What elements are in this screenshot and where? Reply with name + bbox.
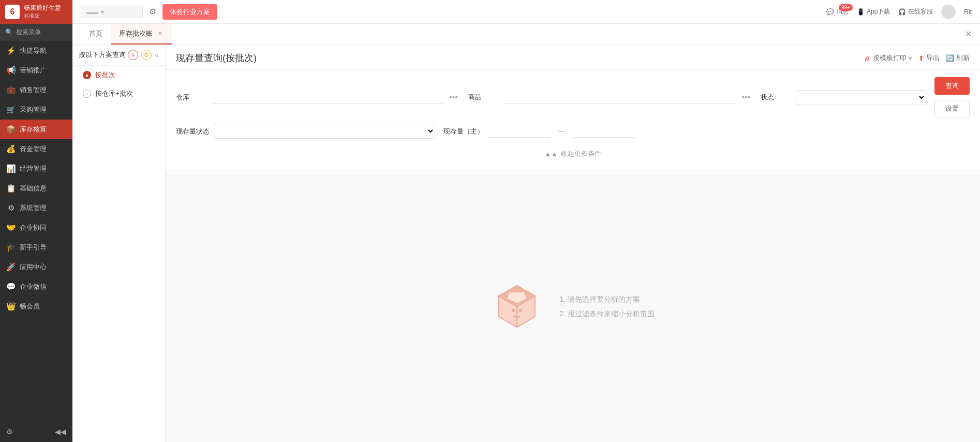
panel-item-by-warehouse-batch[interactable]: ○ 按仓库+批次	[72, 84, 165, 103]
online-service-label: 在线客服	[908, 7, 933, 16]
online-service-btn[interactable]: 🎧 在线客服	[898, 7, 933, 16]
empty-hints: 请先选择要分析的方案 用过滤条件来缩小分析范围	[558, 292, 655, 321]
sidebar-item-label: 快捷导航	[20, 46, 47, 55]
sidebar-nav: ⚡ 快捷导航 📢 营销推广 💼 销售管理 🛒 采购管理 📦 库存核算 💰 资金管…	[0, 41, 72, 421]
empty-content: 请先选择要分析的方案 用过滤条件来缩小分析范围	[491, 281, 655, 332]
marketing-icon: 📢	[6, 66, 16, 75]
sidebar-item-base[interactable]: 📋 基础信息	[0, 179, 72, 198]
page-title: 现存量查询(按批次)	[176, 52, 257, 64]
page-header-actions: 🖨 按模板打印 ▾ ⬆ 导出 🔄 刷新	[864, 53, 970, 63]
warehouse-more-icon[interactable]: •••	[447, 93, 460, 102]
tab-home[interactable]: 首页	[81, 24, 111, 45]
stock-qty-to-input[interactable]	[573, 125, 635, 138]
sidebar-item-operations[interactable]: 📊 经营管理	[0, 159, 72, 179]
print-btn[interactable]: 🖨 按模板打印 ▾	[864, 53, 912, 63]
svg-point-5	[519, 309, 522, 312]
phone-icon: 📱	[857, 8, 865, 16]
sidebar-item-purchase[interactable]: 🛒 采购管理	[0, 100, 72, 120]
filter-stock-qty-group: 现存量（主） —	[443, 125, 703, 138]
sidebar-item-apps[interactable]: 🚀 应用中心	[0, 257, 72, 277]
tab-home-label: 首页	[89, 29, 102, 38]
sidebar-item-label: 采购管理	[20, 105, 47, 114]
export-label: 导出	[926, 53, 940, 63]
sidebar-item-collab[interactable]: 🤝 企业协同	[0, 218, 72, 238]
refresh-btn[interactable]: 🔄 刷新	[946, 53, 970, 63]
shortcut-icon: ⚡	[6, 46, 16, 55]
sidebar-item-marketing[interactable]: 📢 营销推广	[0, 61, 72, 80]
sidebar-item-inventory[interactable]: 📦 库存核算	[0, 120, 72, 139]
inventory-icon: 📦	[6, 125, 16, 134]
refresh-icon: 🔄	[946, 54, 954, 62]
product-more-icon[interactable]: •••	[739, 93, 752, 102]
messages-btn[interactable]: 💬 消息 99+	[826, 7, 849, 16]
panel-item-dot-red: ●	[83, 71, 91, 79]
app-name: 畅康通好生意	[24, 4, 61, 12]
sidebar-search[interactable]: 🔍 搜索菜单	[0, 24, 72, 41]
settings-footer-icon[interactable]: ⚙	[4, 425, 15, 438]
sidebar-item-sales[interactable]: 💼 销售管理	[0, 80, 72, 100]
collapse-label: 收起更多条件	[561, 149, 601, 158]
panel-collapse-icon[interactable]: «	[155, 51, 159, 59]
guide-icon: 🎓	[6, 243, 16, 252]
sidebar-item-guide[interactable]: 🎓 新手引导	[0, 238, 72, 257]
filter-stock-status-group: 现存量状态	[176, 124, 435, 139]
collapse-sidebar-icon[interactable]: ◀◀	[53, 425, 68, 438]
topbar-gear-icon[interactable]: ⚙	[149, 7, 156, 17]
empty-state: 请先选择要分析的方案 用过滤条件来缩小分析范围	[166, 170, 980, 442]
sidebar-item-label: 经营管理	[20, 164, 47, 173]
warehouse-input[interactable]	[211, 91, 443, 104]
filter-actions: 查询 设置	[934, 77, 970, 117]
user-name: Rit	[964, 8, 972, 16]
sidebar: 6 畅康通好生意 标准版 🔍 搜索菜单 ⚡ 快捷导航 📢 营销推广 💼 销售管理…	[0, 0, 72, 442]
panel-item-label: 按批次	[95, 70, 115, 80]
export-btn[interactable]: ⬆ 导出	[918, 53, 940, 63]
app-download-label: App下载	[867, 7, 890, 16]
query-button[interactable]: 查询	[934, 77, 970, 95]
app-download-btn[interactable]: 📱 App下载	[857, 7, 890, 16]
experience-btn[interactable]: 体验行业方案	[162, 4, 217, 20]
tab-inventory-batch[interactable]: 库存批次账 ✕	[111, 24, 172, 45]
panel-header-label: 按以下方案查询	[79, 50, 126, 60]
sidebar-item-label: 应用中心	[20, 262, 47, 272]
panel-settings-icon[interactable]: ⚙	[141, 50, 152, 60]
topbar-right: 💬 消息 99+ 📱 App下载 🎧 在线客服 Rit	[826, 5, 972, 19]
sidebar-item-label: 新手引导	[20, 243, 47, 252]
tab-close-icon[interactable]: ✕	[156, 30, 164, 38]
collapse-more-btn[interactable]: ▲▲ 收起更多条件	[176, 145, 970, 163]
search-label: 搜索菜单	[16, 28, 41, 37]
status-label: 状态	[761, 93, 792, 102]
sidebar-item-label: 企业协同	[20, 223, 47, 232]
message-icon: 💬	[826, 8, 834, 16]
base-icon: 📋	[6, 184, 16, 193]
right-panel: 现存量查询(按批次) 🖨 按模板打印 ▾ ⬆ 导出 🔄 刷新	[166, 45, 980, 442]
sidebar-item-label: 销售管理	[20, 85, 47, 95]
sidebar-item-system[interactable]: ⚙ 系统管理	[0, 198, 72, 218]
panel-add-icon[interactable]: +	[128, 50, 138, 60]
main-area: ▬▬ ▾ ⚙ 体验行业方案 💬 消息 99+ 📱 App下载 🎧 在线客服 Ri…	[72, 0, 980, 442]
panel-item-by-batch[interactable]: ● 按批次	[72, 66, 165, 84]
topbar-dropdown-icon[interactable]: ▾	[101, 8, 104, 16]
filter-row-2: 现存量状态 现存量（主） —	[176, 124, 970, 139]
user-avatar[interactable]	[941, 5, 956, 19]
sidebar-item-member[interactable]: 👑 畅会员	[0, 297, 72, 316]
empty-hint-1: 请先选择要分析的方案	[568, 292, 655, 306]
headset-icon: 🎧	[898, 8, 906, 16]
tab-panel-close-icon[interactable]: ✕	[965, 29, 972, 39]
stock-status-select[interactable]	[214, 124, 435, 139]
filter-area: 仓库 ••• 商品 ••• 状态	[166, 70, 980, 170]
product-input[interactable]	[503, 91, 735, 104]
stock-qty-from-input[interactable]	[488, 125, 550, 138]
settings-button[interactable]: 设置	[934, 100, 970, 117]
print-label: 按模板打印	[873, 53, 907, 63]
sidebar-item-label: 资金管理	[20, 144, 47, 154]
topbar-left: ▬▬ ▾ ⚙ 体验行业方案	[81, 4, 217, 20]
sidebar-item-finance[interactable]: 💰 资金管理	[0, 139, 72, 159]
finance-icon: 💰	[6, 144, 16, 154]
filter-product-group: 商品 •••	[468, 91, 752, 104]
filter-dash: —	[554, 127, 569, 135]
status-select[interactable]	[796, 90, 926, 105]
filter-status-group: 状态	[761, 90, 926, 105]
print-dropdown-icon[interactable]: ▾	[909, 54, 912, 62]
sidebar-item-shortcut[interactable]: ⚡ 快捷导航	[0, 41, 72, 61]
sidebar-item-wechat[interactable]: 💬 企业微信	[0, 277, 72, 297]
